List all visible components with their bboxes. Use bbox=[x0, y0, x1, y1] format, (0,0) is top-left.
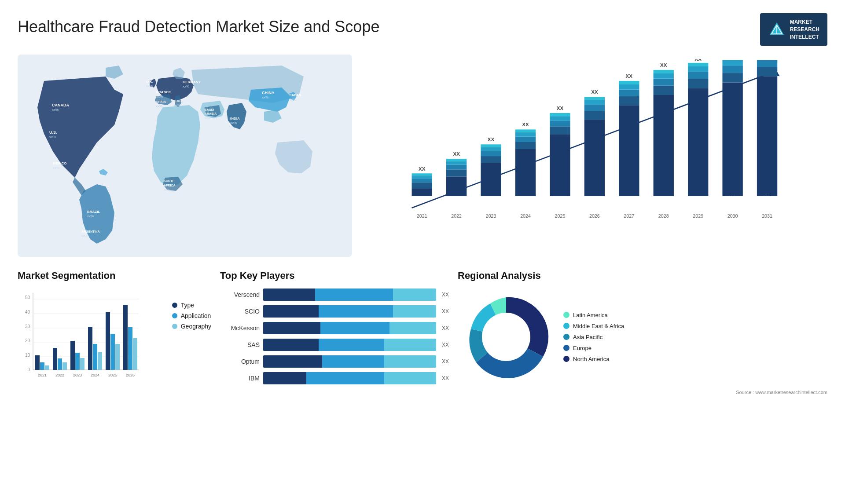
svg-rect-96 bbox=[688, 72, 708, 79]
regional-title: Regional Analysis bbox=[458, 270, 827, 281]
svg-rect-38 bbox=[412, 189, 432, 197]
segmentation-legend: Type Application Geography bbox=[168, 302, 211, 330]
logo: MARKET RESEARCH INTELLECT bbox=[760, 13, 827, 46]
player-name: Verscend bbox=[220, 291, 260, 298]
player-name: Optum bbox=[220, 358, 260, 365]
svg-text:XX: XX bbox=[419, 166, 426, 172]
player-value: XX bbox=[442, 292, 449, 298]
player-bar bbox=[263, 372, 436, 384]
player-bar bbox=[263, 339, 436, 351]
svg-rect-74 bbox=[584, 111, 605, 120]
svg-text:U.K.: U.K. bbox=[146, 80, 153, 84]
svg-rect-97 bbox=[688, 66, 708, 72]
svg-rect-142 bbox=[106, 312, 110, 370]
legend-dot-geography bbox=[172, 324, 177, 329]
svg-rect-84 bbox=[619, 81, 639, 84]
svg-text:xx%: xx% bbox=[262, 95, 268, 99]
svg-text:xx%: xx% bbox=[205, 117, 210, 120]
svg-rect-83 bbox=[619, 84, 639, 90]
svg-rect-138 bbox=[88, 327, 92, 370]
segmentation-title: Market Segmentation bbox=[18, 270, 211, 281]
svg-rect-40 bbox=[412, 179, 432, 183]
svg-text:10: 10 bbox=[25, 353, 30, 358]
svg-text:U.S.: U.S. bbox=[49, 130, 57, 135]
svg-rect-59 bbox=[515, 149, 536, 196]
legend-label-type: Type bbox=[181, 302, 194, 309]
player-name: SCIO bbox=[220, 308, 260, 315]
list-item: SCIO XX bbox=[220, 305, 449, 318]
svg-text:0: 0 bbox=[27, 367, 30, 372]
reg-legend-europe: Europe bbox=[563, 345, 624, 351]
svg-rect-144 bbox=[115, 344, 120, 370]
svg-text:XX: XX bbox=[591, 90, 598, 95]
svg-rect-66 bbox=[550, 135, 570, 197]
list-item: McKesson XX bbox=[220, 322, 449, 334]
svg-rect-61 bbox=[515, 137, 536, 142]
svg-text:2023: 2023 bbox=[73, 373, 82, 377]
svg-rect-130 bbox=[53, 348, 57, 370]
bottom-section: Market Segmentation 0 10 20 30 40 50 60 bbox=[18, 270, 827, 395]
source-text: Source : www.marketresearchintellect.com bbox=[458, 390, 827, 395]
svg-rect-80 bbox=[619, 106, 639, 197]
svg-text:2026: 2026 bbox=[589, 213, 600, 219]
svg-text:xx%: xx% bbox=[53, 166, 59, 170]
svg-rect-103 bbox=[722, 66, 742, 73]
legend-dot-type bbox=[172, 303, 177, 308]
svg-text:XX: XX bbox=[660, 62, 667, 68]
player-bar bbox=[263, 322, 436, 334]
svg-text:JAPAN: JAPAN bbox=[290, 93, 301, 97]
reg-dot-latin-america bbox=[563, 312, 569, 318]
svg-text:40: 40 bbox=[25, 310, 30, 314]
player-name: IBM bbox=[220, 375, 260, 382]
header: Healthcare Fraud Detection Market Size a… bbox=[18, 13, 827, 46]
svg-text:MEXICO: MEXICO bbox=[53, 161, 67, 165]
svg-rect-53 bbox=[481, 156, 501, 163]
svg-rect-76 bbox=[584, 100, 605, 105]
top-section: CANADA xx% U.S. xx% MEXICO xx% BRAZIL xx… bbox=[18, 55, 827, 257]
svg-rect-134 bbox=[70, 341, 75, 370]
player-bar bbox=[263, 355, 436, 368]
svg-rect-106 bbox=[757, 77, 777, 197]
svg-rect-75 bbox=[584, 105, 605, 111]
svg-text:ARABIA: ARABIA bbox=[205, 112, 217, 115]
svg-text:2025: 2025 bbox=[555, 213, 566, 219]
svg-text:2028: 2028 bbox=[658, 213, 669, 219]
svg-text:xx%: xx% bbox=[156, 95, 163, 99]
svg-point-150 bbox=[482, 313, 530, 361]
svg-rect-60 bbox=[515, 142, 536, 149]
svg-text:2021: 2021 bbox=[38, 373, 47, 377]
svg-text:xx%: xx% bbox=[156, 104, 162, 108]
svg-rect-126 bbox=[35, 355, 40, 370]
growth-chart-svg: XX 2021 XX 2022 XX 2023 XX 20 bbox=[370, 59, 819, 239]
svg-rect-127 bbox=[40, 362, 44, 370]
reg-dot-middle-east bbox=[563, 323, 569, 329]
svg-rect-94 bbox=[688, 88, 708, 196]
reg-dot-north-america bbox=[563, 356, 569, 362]
svg-rect-140 bbox=[98, 352, 102, 370]
reg-legend-latin-america: Latin America bbox=[563, 312, 624, 318]
svg-text:xx%: xx% bbox=[87, 214, 94, 218]
svg-text:SOUTH: SOUTH bbox=[164, 179, 175, 183]
svg-rect-101 bbox=[722, 83, 742, 196]
svg-rect-136 bbox=[80, 358, 84, 370]
svg-rect-90 bbox=[654, 73, 674, 79]
svg-text:2024: 2024 bbox=[91, 373, 99, 377]
segmentation-section: Market Segmentation 0 10 20 30 40 50 60 bbox=[18, 270, 211, 395]
svg-text:30: 30 bbox=[25, 324, 30, 329]
reg-label-asia-pacific: Asia Pacific bbox=[573, 334, 603, 340]
svg-text:CHINA: CHINA bbox=[262, 91, 275, 95]
svg-text:xx%: xx% bbox=[164, 188, 169, 191]
svg-text:2030: 2030 bbox=[727, 213, 738, 219]
svg-rect-148 bbox=[133, 338, 137, 370]
svg-rect-54 bbox=[481, 151, 501, 157]
list-item: Verscend XX bbox=[220, 289, 449, 301]
growth-chart-container: XX 2021 XX 2022 XX 2023 XX 20 bbox=[361, 55, 827, 257]
svg-rect-70 bbox=[550, 113, 570, 116]
svg-text:xx%: xx% bbox=[174, 103, 180, 107]
svg-rect-98 bbox=[688, 63, 708, 66]
legend-label-geography: Geography bbox=[181, 323, 211, 330]
legend-dot-application bbox=[172, 313, 177, 318]
svg-text:SAUDI: SAUDI bbox=[205, 108, 214, 111]
svg-text:2023: 2023 bbox=[486, 213, 496, 219]
svg-text:XX: XX bbox=[453, 152, 460, 157]
